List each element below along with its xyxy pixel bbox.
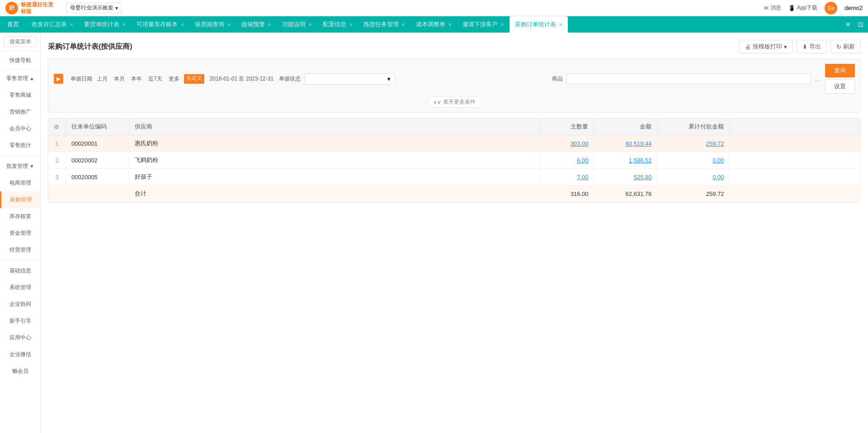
expand-row: ∨∨ 展开更多条件 [54, 96, 855, 108]
sidebar-item-operation[interactable]: 经营管理 [0, 242, 40, 258]
page-title: 采购订单统计表(按供应商) [48, 42, 132, 52]
org-selector[interactable]: 母婴行业演示账套 ▾ [66, 3, 122, 13]
tab-chaocyu[interactable]: 超储预警 ✕ [236, 16, 277, 33]
print-button[interactable]: 🖨 按模板打印 ▾ [739, 40, 793, 53]
tab-close-icon[interactable]: ✕ [180, 22, 184, 27]
settings-button[interactable]: 设置 [825, 79, 855, 94]
cell-qty[interactable]: 7.00 [540, 169, 594, 186]
filter-area: ▶ 单据日期 上月 本月 本年 近7天 更多 自定义 [48, 59, 861, 113]
top-bar: 好 畅捷通好生意 标版 母婴行业演示账套 ▾ ✉ 消息 📱 App下载 Ea d… [0, 0, 868, 16]
tab-close-icon[interactable]: ✕ [401, 22, 405, 27]
tab-close-icon[interactable]: ✕ [448, 22, 452, 27]
query-button[interactable]: 查询 [825, 64, 855, 77]
sidebar-item-newbie[interactable]: 新手引导 [0, 313, 40, 329]
footer-label: 合计 [129, 186, 540, 202]
sidebar-item-retail-mgmt[interactable]: 零售管理 ▲ [0, 70, 40, 87]
table-settings-icon[interactable]: ⚙ [54, 124, 60, 130]
filter-goods-item: 商品 ... [552, 73, 820, 84]
tab-close-icon[interactable]: ✕ [268, 22, 271, 27]
sidebar-item-system[interactable]: 系统管理 [0, 279, 40, 296]
goods-input[interactable] [566, 73, 811, 84]
tab-close-icon[interactable]: ✕ [227, 22, 231, 27]
cell-paid[interactable]: 0.00 [657, 152, 730, 169]
cell-paid[interactable]: 259.72 [657, 135, 730, 152]
nav-right: ✕ ⊡ [843, 19, 868, 30]
tab-close-icon[interactable]: ✕ [559, 22, 562, 27]
logo-icon: 好 [5, 2, 18, 14]
message-btn[interactable]: ✉ 消息 [764, 4, 781, 12]
cell-paid[interactable]: 0.00 [657, 169, 730, 186]
expand-button[interactable]: ∨∨ 展开更多条件 [427, 96, 481, 108]
cell-amount[interactable]: 1,586.52 [594, 152, 657, 169]
sidebar-item-member2[interactable]: 畅会员 [0, 363, 40, 380]
tab-yaohuo[interactable]: 要货单统计表 ✕ [79, 16, 131, 33]
tab-close-icon[interactable]: ✕ [122, 22, 126, 27]
filter-date-range-item: 2016-01-01 至 2023-12-31 [210, 75, 274, 83]
date-range-display[interactable]: 2016-01-01 至 2023-12-31 [210, 75, 274, 83]
nav-close-btn[interactable]: ✕ [843, 19, 854, 30]
refresh-button[interactable]: ↻ 刷新 [830, 40, 861, 53]
sidebar-item-retail-stats[interactable]: 零售统计 [0, 137, 40, 154]
tab-close-icon[interactable]: ✕ [70, 22, 73, 27]
sidebar-item-inventory[interactable]: 库存核算 [0, 208, 40, 225]
app-download-btn[interactable]: 📱 App下载 [788, 4, 817, 12]
sidebar-item-enterprise[interactable]: 企业协同 [0, 296, 40, 313]
chevron-icon: ▲ [30, 76, 34, 81]
tab-caigou-active[interactable]: 采购订单统计表 ✕ [509, 16, 568, 33]
sidebar-divider-2 [0, 260, 40, 261]
tab-chengben[interactable]: 成本调整单 ✕ [410, 16, 457, 33]
table-footer-row: 合计 316.00 62,631.76 259.72 [48, 186, 860, 202]
tab-shofazun[interactable]: 收发存汇总表 ✕ [26, 16, 79, 33]
tab-jianhuo[interactable]: 拣货任务管理 ✕ [358, 16, 410, 33]
shortcut-more[interactable]: 更多 [167, 74, 181, 84]
goods-label: 商品 [552, 75, 563, 83]
tab-keyongliang[interactable]: 可用量库存账本 ✕ [131, 16, 189, 33]
sidebar-item-wechat[interactable]: 企业微信 [0, 346, 40, 363]
page-actions: 🖨 按模板打印 ▾ ⬇ 导出 ↻ 刷新 [739, 40, 861, 53]
sidebar-item-finance[interactable]: 资金管理 [0, 225, 40, 242]
cell-amount[interactable]: 60,519.44 [594, 135, 657, 152]
sidebar-item-basic[interactable]: 基础信息 [0, 262, 40, 279]
th-check: ⚙ [48, 119, 66, 135]
cell-qty[interactable]: 6.00 [540, 152, 594, 169]
cell-amount[interactable]: 525.80 [594, 169, 657, 186]
custom-tag: 自定义 [184, 74, 204, 84]
cell-qty[interactable]: 303.00 [540, 135, 594, 152]
sidebar-item-purchase[interactable]: 采购管理 [0, 191, 40, 208]
sidebar-item-retail-mall[interactable]: 零售商城 [0, 87, 40, 104]
sidebar-item-wholesale[interactable]: 批发管理 ▼ [0, 158, 40, 175]
tab-peizhi[interactable]: 配置信息 ✕ [317, 16, 358, 33]
sidebar-item-ecommerce[interactable]: 电商管理 [0, 175, 40, 191]
shortcut-7days[interactable]: 近7天 [146, 74, 164, 84]
filter-collapse-btn[interactable]: ▶ [54, 74, 63, 84]
shortcut-last-month[interactable]: 上月 [95, 74, 109, 84]
sidebar-item-quick-nav[interactable]: 快捷导航 [0, 54, 40, 67]
sidebar-quick-nav: 快捷导航 [0, 51, 40, 70]
shortcut-this-month[interactable]: 本月 [112, 74, 127, 84]
page-container: 采购订单统计表(按供应商) 🖨 按模板打印 ▾ ⬇ 导出 ↻ 刷新 [41, 33, 868, 433]
shortcut-this-year[interactable]: 本年 [129, 74, 144, 84]
tab-close-icon[interactable]: ✕ [500, 22, 504, 27]
table-row: 2 00020002 飞鹤奶粉 6.00 1,586.52 0.00 [48, 152, 860, 169]
th-qty: 主数量 [540, 119, 594, 135]
tab-baozhi[interactable]: 保质期查询 ✕ [189, 16, 236, 33]
tab-close-icon[interactable]: ✕ [349, 22, 353, 27]
status-select[interactable]: ▾ [304, 73, 395, 85]
sidebar-item-marketing[interactable]: 营销推广 [0, 104, 40, 120]
tab-gongneng[interactable]: 功能说明 ✕ [277, 16, 317, 33]
user-avatar[interactable]: Ea [825, 2, 837, 14]
top-bar-right: ✉ 消息 📱 App下载 Ea demo2 [764, 2, 863, 14]
tab-yaoqing[interactable]: 邀请下游客户 ✕ [457, 16, 509, 33]
sidebar-item-appstore[interactable]: 应用中心 [0, 329, 40, 346]
search-input[interactable] [4, 36, 37, 47]
date-shortcuts: 上月 本月 本年 近7天 更多 自定义 [95, 74, 204, 84]
goods-more-icon[interactable]: ... [814, 75, 820, 82]
sidebar-section-main: 零售管理 ▲ 零售商城 营销推广 会员中心 零售统计 批发管理 ▼ 电商管理 采… [0, 70, 40, 380]
printer-icon: 🖨 [745, 43, 751, 50]
message-icon: ✉ [764, 5, 769, 11]
nav-expand-btn[interactable]: ⊡ [855, 19, 866, 30]
tab-home[interactable]: 首页 [0, 16, 26, 33]
tab-close-icon[interactable]: ✕ [308, 22, 312, 27]
sidebar-item-member[interactable]: 会员中心 [0, 120, 40, 137]
export-button[interactable]: ⬇ 导出 [797, 40, 827, 53]
